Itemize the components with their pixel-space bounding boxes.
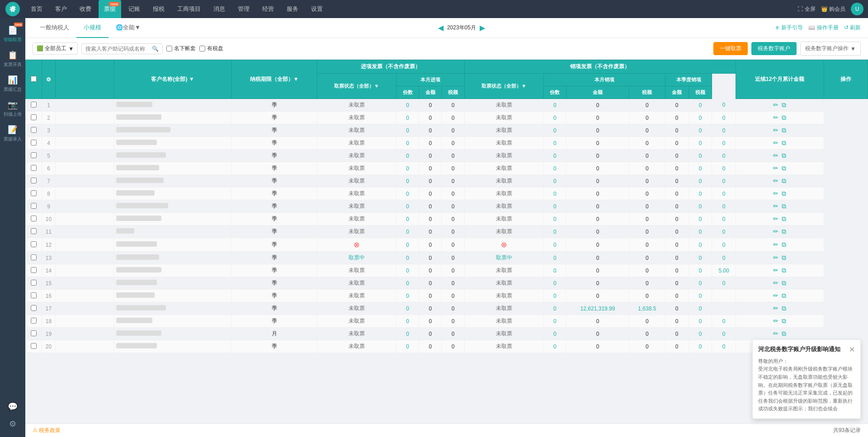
row-checkbox[interactable] xyxy=(26,99,42,112)
row-out-tax[interactable]: 0 xyxy=(629,238,665,252)
row-client-name[interactable] xyxy=(114,175,231,188)
row-in-tax[interactable]: 0 xyxy=(442,137,464,150)
row-sale-amount[interactable]: 0 xyxy=(665,162,689,175)
row-checkbox[interactable] xyxy=(26,340,42,353)
row-sale-tax[interactable]: 0 xyxy=(689,252,712,264)
edit-btn[interactable]: ✏ xyxy=(773,305,778,312)
row-in-status[interactable]: 未取票 xyxy=(317,137,396,150)
row-sale-tax[interactable]: 0 xyxy=(689,290,712,302)
row-out-tax[interactable]: 0 xyxy=(629,226,665,238)
row-in-status[interactable]: 取票中 xyxy=(317,252,396,264)
copy-btn[interactable]: ⧉ xyxy=(782,279,786,287)
sidebar-item-messages[interactable]: 💬 xyxy=(8,398,18,415)
row-sale-tax[interactable]: 0 xyxy=(689,264,712,277)
row-checkbox[interactable] xyxy=(26,137,42,150)
copy-btn[interactable]: ⧉ xyxy=(782,330,786,337)
row-cumulative[interactable]: 0 xyxy=(712,238,736,252)
row-in-amount[interactable]: 0 xyxy=(419,162,442,175)
row-out-shares[interactable]: 0 xyxy=(543,200,566,213)
row-sale-amount[interactable]: 0 xyxy=(665,213,689,226)
row-in-tax[interactable]: 0 xyxy=(442,340,464,353)
row-out-status[interactable]: 未取票 xyxy=(464,188,543,200)
row-in-tax[interactable]: 0 xyxy=(442,99,464,112)
row-in-shares[interactable]: 0 xyxy=(396,252,419,264)
row-sale-tax[interactable]: 0 xyxy=(689,99,712,112)
row-out-tax[interactable]: 1,638.5 xyxy=(629,302,665,315)
row-client-name[interactable] xyxy=(114,137,231,150)
row-client-name[interactable] xyxy=(114,188,231,200)
row-client-name[interactable] xyxy=(114,252,231,264)
row-in-amount[interactable]: 0 xyxy=(419,124,442,137)
sidebar-item-gear[interactable]: ⚙ xyxy=(8,415,18,432)
row-in-shares[interactable]: 0 xyxy=(396,328,419,340)
row-cumulative[interactable]: 0 xyxy=(712,315,736,328)
row-cumulative[interactable] xyxy=(712,290,736,302)
edit-btn[interactable]: ✏ xyxy=(773,267,778,274)
row-out-shares[interactable]: 0 xyxy=(543,290,566,302)
row-sale-tax[interactable]: 0 xyxy=(689,328,712,340)
row-out-amount[interactable]: 0 xyxy=(566,340,629,353)
row-in-status[interactable]: 未取票 xyxy=(317,290,396,302)
row-out-status[interactable]: 未取票 xyxy=(464,302,543,315)
row-sale-tax[interactable]: 0 xyxy=(689,137,712,150)
row-out-amount[interactable]: 12,621,319.99 xyxy=(566,302,629,315)
edit-btn[interactable]: ✏ xyxy=(773,215,778,222)
header-in-fetch-status[interactable]: 取票状态（全部）▼ xyxy=(317,74,396,99)
row-sale-tax[interactable]: 0 xyxy=(689,238,712,252)
row-in-tax[interactable]: 0 xyxy=(442,238,464,252)
row-in-amount[interactable]: 0 xyxy=(419,264,442,277)
row-in-tax[interactable]: 0 xyxy=(442,188,464,200)
row-out-shares[interactable]: 0 xyxy=(543,252,566,264)
row-out-shares[interactable]: 0 xyxy=(543,188,566,200)
row-out-amount[interactable]: 0 xyxy=(566,99,629,112)
row-out-amount[interactable]: 0 xyxy=(566,264,629,277)
copy-btn[interactable]: ⧉ xyxy=(782,190,786,197)
copy-btn[interactable]: ⧉ xyxy=(782,152,786,159)
search-icon[interactable]: 🔍 xyxy=(152,46,159,52)
row-sale-tax[interactable]: 0 xyxy=(689,200,712,213)
nav-accounting[interactable]: 记账 xyxy=(123,0,146,18)
member-btn[interactable]: 👑 购会员 xyxy=(821,5,845,13)
row-out-amount[interactable]: 0 xyxy=(566,328,629,340)
row-in-tax[interactable]: 0 xyxy=(442,328,464,340)
row-sale-amount[interactable]: 0 xyxy=(665,277,689,290)
row-out-status[interactable]: 取票中 xyxy=(464,252,543,264)
row-out-status[interactable]: 未取票 xyxy=(464,226,543,238)
row-checkbox[interactable] xyxy=(26,277,42,290)
tab-all-capability[interactable]: 🌐 全能 ▼ xyxy=(108,18,148,38)
row-in-amount[interactable]: 0 xyxy=(419,175,442,188)
row-in-status[interactable]: 未取票 xyxy=(317,302,396,315)
nav-tax[interactable]: 报税 xyxy=(147,0,170,18)
row-out-amount[interactable]: 0 xyxy=(566,277,629,290)
row-client-name[interactable] xyxy=(114,328,231,340)
refresh-btn[interactable]: ↺ 刷新 xyxy=(844,24,861,32)
new-user-guide-btn[interactable]: ⊕ 新手引导 xyxy=(775,24,803,32)
row-out-shares[interactable]: 0 xyxy=(543,340,566,353)
row-sale-tax[interactable]: 0 xyxy=(689,175,712,188)
row-in-amount[interactable]: 0 xyxy=(419,340,442,353)
row-out-shares[interactable]: 0 xyxy=(543,302,566,315)
row-out-status[interactable]: 未取票 xyxy=(464,340,543,353)
row-sale-tax[interactable]: 0 xyxy=(689,162,712,175)
row-sale-tax[interactable]: 0 xyxy=(689,188,712,200)
row-out-amount[interactable]: 0 xyxy=(566,226,629,238)
row-out-shares[interactable]: 0 xyxy=(543,175,566,188)
row-sale-tax[interactable]: 0 xyxy=(689,150,712,162)
nav-home[interactable]: 首页 xyxy=(25,0,48,18)
row-out-tax[interactable]: 0 xyxy=(629,200,665,213)
row-in-tax[interactable]: 0 xyxy=(442,200,464,213)
row-out-shares[interactable]: 0 xyxy=(543,99,566,112)
row-sale-amount[interactable]: 0 xyxy=(665,264,689,277)
row-in-status[interactable]: 未取票 xyxy=(317,200,396,213)
row-cumulative[interactable]: 0 xyxy=(712,340,736,353)
row-out-tax[interactable]: 0 xyxy=(629,112,665,124)
header-in-tax[interactable]: 税额 xyxy=(442,86,464,99)
nav-manage[interactable]: 管理 xyxy=(232,0,255,18)
row-out-amount[interactable]: 0 xyxy=(566,150,629,162)
row-client-name[interactable] xyxy=(114,213,231,226)
row-checkbox[interactable] xyxy=(26,226,42,238)
row-sale-amount[interactable]: 0 xyxy=(665,150,689,162)
row-out-amount[interactable]: 0 xyxy=(566,200,629,213)
row-in-tax[interactable]: 0 xyxy=(442,264,464,277)
row-checkbox[interactable] xyxy=(26,200,42,213)
